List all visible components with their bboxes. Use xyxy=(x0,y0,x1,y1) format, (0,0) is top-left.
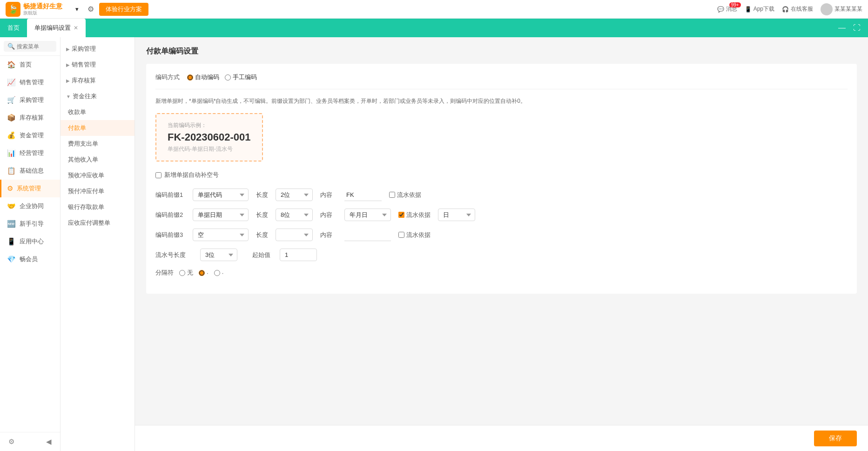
prefix1-row: 编码前缀1 单据代码 长度 2位 内容 流水依据 xyxy=(155,188,848,201)
sidebar-item-sales-label: 销售管理 xyxy=(20,78,44,87)
stream-length-label: 流水号长度 xyxy=(155,251,193,259)
sub-sidebar: ▶ 采购管理 ▶ 销售管理 ▶ 库存核算 ▼ 资金往来 收款单 付款单 xyxy=(61,37,135,451)
sep-dash-option[interactable]: · xyxy=(214,269,224,276)
coding-method-row: 编码方式 自动编码 手工编码 xyxy=(155,73,848,89)
settings-button[interactable]: ⚙ xyxy=(84,3,97,16)
sidebar-item-system[interactable]: ⚙ 系统管理 xyxy=(0,180,60,197)
prefix2-content-select[interactable]: 年月日 xyxy=(344,209,391,221)
prefix2-length-select[interactable]: 8位 xyxy=(276,209,313,221)
prefix3-length-select[interactable] xyxy=(276,229,313,241)
sidebar-bottom: ⚙ ◀ xyxy=(0,432,60,451)
sidebar-collapse-button[interactable]: ◀ xyxy=(43,436,54,447)
sub-menu-payment[interactable]: 付款单 xyxy=(61,120,135,136)
prefix3-stream-checkbox[interactable] xyxy=(398,232,404,238)
sidebar-settings-button[interactable]: ⚙ xyxy=(6,436,17,447)
nav-dropdown[interactable]: ▾ xyxy=(72,4,82,14)
auto-coding-option[interactable]: 自动编码 xyxy=(187,73,219,81)
autofill-label: 新增单据自动补空号 xyxy=(164,171,219,179)
auto-coding-radio[interactable] xyxy=(187,74,193,81)
collapse-icon: ▶ xyxy=(66,78,70,83)
logo-main: 畅捷通好生意 xyxy=(23,2,62,10)
sidebar-item-apps[interactable]: 📱 应用中心 xyxy=(0,233,60,250)
sidebar-item-sales[interactable]: 📈 销售管理 xyxy=(0,74,60,91)
sidebar-item-guide[interactable]: 🆕 新手引导 xyxy=(0,215,60,233)
sep-dot-option[interactable]: · xyxy=(199,269,209,276)
user-name: 某某某某某 xyxy=(834,5,862,13)
tab-close-icon[interactable]: ✕ xyxy=(74,25,78,31)
sub-menu-receipt[interactable]: 收款单 xyxy=(61,104,135,120)
logo-text: 畅捷通好生意 旗舰版 xyxy=(23,2,62,16)
sidebar-item-operation[interactable]: 📊 经营管理 xyxy=(0,144,60,162)
tab-coding[interactable]: 单据编码设置 ✕ xyxy=(27,19,86,37)
start-value-input[interactable] xyxy=(280,249,317,261)
save-button[interactable]: 保存 xyxy=(814,431,857,446)
sub-menu-advance-receipt[interactable]: 预收冲应收单 xyxy=(61,168,135,183)
manual-coding-option[interactable]: 手工编码 xyxy=(225,73,257,81)
message-button[interactable]: 💬 消息 99+ xyxy=(717,5,737,13)
sub-menu-receipt-label: 收款单 xyxy=(68,108,86,116)
stock-icon: 📦 xyxy=(7,114,16,122)
logo-icon: 🍃 xyxy=(6,2,20,17)
sep-dash-radio[interactable] xyxy=(214,270,220,276)
sub-menu-capital[interactable]: ▼ 资金往来 xyxy=(61,88,135,104)
sub-menu-expense[interactable]: 费用支出单 xyxy=(61,136,135,152)
sidebar-nav: 🏠 首页 📈 销售管理 🛒 采购管理 📦 库存核算 💰 资金管理 📊 经 xyxy=(0,56,60,432)
tab-home[interactable]: 首页 xyxy=(0,19,27,37)
service-button[interactable]: 🎧 在线客服 xyxy=(782,5,813,13)
stream-length-select[interactable]: 3位 xyxy=(200,249,237,261)
prefix1-stream-check: 流水依据 xyxy=(389,191,421,199)
expand-icon: ▼ xyxy=(66,94,71,99)
sub-menu-sales[interactable]: ▶ 销售管理 xyxy=(61,57,135,73)
preview-box: 当前编码示例： FK-20230602-001 单据代码-单据日期-流水号 xyxy=(155,113,263,162)
search-icon: 🔍 xyxy=(7,43,15,50)
logo-sub: 旗舰版 xyxy=(23,10,62,16)
sub-menu-inventory[interactable]: ▶ 库存核算 xyxy=(61,73,135,88)
coding-method-group: 自动编码 手工编码 xyxy=(187,73,257,81)
sidebar-item-stock[interactable]: 📦 库存核算 xyxy=(0,109,60,127)
prefix2-select[interactable]: 单据日期 xyxy=(193,209,249,221)
sub-menu-adjust[interactable]: 应收应付调整单 xyxy=(61,215,135,231)
tabbar-actions: — ⛶ xyxy=(836,22,868,34)
prefix3-select[interactable]: 空 xyxy=(193,229,249,241)
tabbar: 首页 单据编码设置 ✕ — ⛶ xyxy=(0,19,868,37)
sep-dash-label: · xyxy=(222,269,224,276)
prefix1-select[interactable]: 单据代码 xyxy=(193,188,249,201)
manual-coding-radio[interactable] xyxy=(225,74,231,81)
tab-minimize-button[interactable]: — xyxy=(836,22,848,34)
tab-maximize-button[interactable]: ⛶ xyxy=(851,22,862,34)
tab-coding-label: 单据编码设置 xyxy=(34,24,71,32)
sub-menu-income[interactable]: 其他收入单 xyxy=(61,152,135,168)
prefix2-stream-checkbox[interactable] xyxy=(398,212,404,218)
search-box[interactable]: 🔍 xyxy=(4,41,56,52)
app-download-button[interactable]: 📱 App下载 xyxy=(745,5,774,13)
prefix1-length-select[interactable]: 2位 xyxy=(276,188,313,201)
sidebar-item-member[interactable]: 💎 畅会员 xyxy=(0,250,60,268)
sep-none-radio[interactable] xyxy=(179,270,185,276)
topbar-right: 💬 消息 99+ 📱 App下载 🎧 在线客服 某某某某某 xyxy=(717,3,862,15)
sales-icon: 📈 xyxy=(7,78,16,87)
sub-menu-purchase[interactable]: ▶ 采购管理 xyxy=(61,41,135,57)
sub-menu-adjust-label: 应收应付调整单 xyxy=(68,219,110,227)
sidebar-item-finance[interactable]: 💰 资金管理 xyxy=(0,127,60,144)
sep-none-option[interactable]: 无 xyxy=(179,269,193,277)
prefix1-stream-checkbox[interactable] xyxy=(389,192,395,198)
sidebar-item-member-label: 畅会员 xyxy=(20,255,38,263)
sub-menu-advance-payment[interactable]: 预付冲应付单 xyxy=(61,183,135,199)
avatar-image xyxy=(821,3,833,15)
sidebar-item-home[interactable]: 🏠 首页 xyxy=(0,56,60,74)
prefix2-period-select[interactable]: 日 xyxy=(438,209,475,221)
autofill-checkbox[interactable] xyxy=(155,172,161,178)
sep-dot-radio[interactable] xyxy=(199,270,205,276)
sidebar-item-basic[interactable]: 📋 基础信息 xyxy=(0,162,60,180)
prefix1-content-label: 内容 xyxy=(320,191,337,199)
sub-menu-sales-label: 销售管理 xyxy=(72,61,96,69)
sub-menu-bank[interactable]: 银行存取款单 xyxy=(61,199,135,215)
tab-home-label: 首页 xyxy=(7,24,20,32)
sidebar-item-partner[interactable]: 🤝 企业协同 xyxy=(0,197,60,215)
partner-icon: 🤝 xyxy=(7,202,16,210)
search-input[interactable] xyxy=(17,43,54,50)
user-avatar[interactable]: 某某某某某 xyxy=(821,3,862,15)
sidebar-item-purchase[interactable]: 🛒 采购管理 xyxy=(0,91,60,109)
sub-menu-expense-label: 费用支出单 xyxy=(68,140,98,148)
industry-button[interactable]: 体验行业方案 xyxy=(99,3,148,16)
